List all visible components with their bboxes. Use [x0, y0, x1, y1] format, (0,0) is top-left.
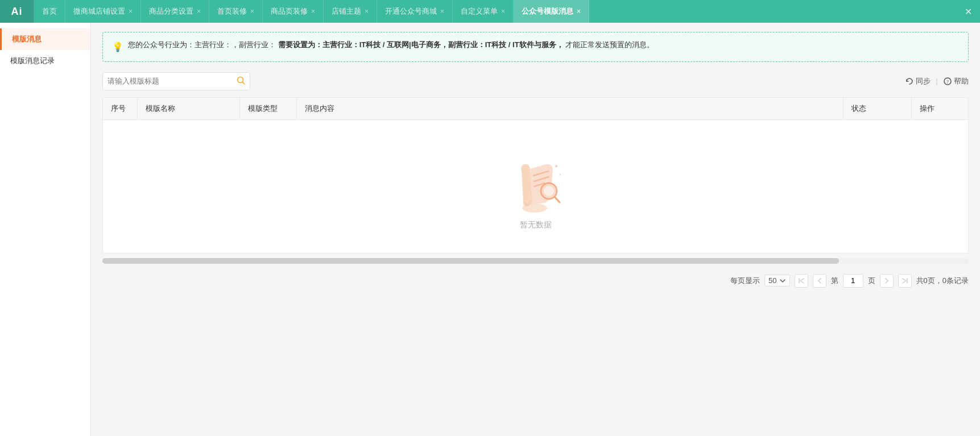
sync-label: 同步 — [916, 76, 931, 86]
svg-text:✦: ✦ — [559, 173, 561, 176]
nav-tab-label: 首页 — [42, 6, 57, 16]
close-all-button[interactable]: ✕ — [957, 6, 980, 17]
notice-highlight: 需要设置为：主营行业：IT科技 / 互联网|电子商务，副营行业：IT科技 / I… — [278, 40, 564, 49]
sidebar-item-template-message[interactable]: 模版消息 — [0, 28, 90, 50]
col-content: 消息内容 — [296, 98, 843, 120]
svg-line-10 — [555, 197, 560, 202]
empty-state: ✦ ✦ 暂无数据 — [103, 120, 968, 253]
col-action: 操作 — [911, 98, 968, 120]
nav-tab-shop-theme[interactable]: 店铺主题 × — [324, 0, 377, 23]
nav-tab-label: 首页装修 — [217, 6, 247, 16]
help-label: 帮助 — [954, 76, 969, 86]
close-icon[interactable]: × — [501, 7, 505, 15]
page-number-input[interactable] — [843, 274, 863, 288]
page-summary: 共0页，0条记录 — [916, 276, 969, 286]
main-content: 💡 您的公众号行业为：主营行业：，副营行业： 需要设置为：主营行业：IT科技 /… — [91, 23, 980, 436]
search-bar: 同步 | ? 帮助 — [102, 72, 969, 90]
sidebar: 模版消息 模版消息记录 — [0, 23, 91, 436]
empty-text: 暂无数据 — [520, 220, 552, 230]
nav-tab-label: 店铺主题 — [332, 6, 361, 16]
nav-tab-product-decor[interactable]: 商品页装修 × — [263, 0, 324, 23]
close-icon[interactable]: × — [311, 7, 315, 15]
table-wrap: 序号 模版名称 模版类型 消息内容 状态 — [102, 97, 969, 254]
close-all-icon: ✕ — [965, 7, 972, 16]
nav-tab-open-mall[interactable]: 开通公众号商城 × — [377, 0, 453, 23]
nav-tab-product-category[interactable]: 商品分类设置 × — [141, 0, 209, 23]
chevron-down-icon — [779, 277, 786, 284]
close-icon[interactable]: × — [440, 7, 444, 15]
nav-tab-label: 微商城店铺设置 — [73, 6, 125, 16]
page-label-pre: 第 — [831, 276, 838, 286]
top-nav: Ai 首页 微商城店铺设置 × 商品分类设置 × 首页装修 × 商品页装修 × … — [0, 0, 980, 23]
sync-icon — [905, 77, 913, 85]
nav-tab-shop-setting[interactable]: 微商城店铺设置 × — [65, 0, 141, 23]
first-page-icon — [798, 277, 805, 284]
search-input-wrap[interactable] — [102, 72, 250, 90]
search-input[interactable] — [107, 77, 237, 85]
empty-illustration: ✦ ✦ — [507, 154, 564, 211]
last-page-icon — [902, 277, 908, 284]
close-icon[interactable]: × — [197, 7, 201, 15]
svg-text:✦: ✦ — [554, 163, 559, 169]
svg-line-1 — [243, 82, 245, 84]
prev-page-button[interactable] — [813, 274, 826, 288]
nav-tab-label: 开通公众号商城 — [385, 6, 437, 16]
close-icon[interactable]: × — [365, 7, 369, 15]
close-icon[interactable]: × — [250, 7, 254, 15]
notice-box: 💡 您的公众号行业为：主营行业：，副营行业： 需要设置为：主营行业：IT科技 /… — [102, 32, 969, 62]
page-label-post: 页 — [868, 276, 875, 286]
nav-logo[interactable]: Ai — [0, 0, 34, 23]
prev-page-icon — [817, 278, 822, 284]
notice-suffix: 才能正常发送预置的消息。 — [565, 40, 654, 49]
svg-text:?: ? — [946, 79, 949, 85]
data-table: 序号 模版名称 模版类型 消息内容 状态 — [103, 98, 968, 253]
toolbar-right: 同步 | ? 帮助 — [905, 76, 969, 86]
col-name: 模版名称 — [137, 98, 239, 120]
notice-icon: 💡 — [112, 40, 123, 55]
toolbar-divider: | — [936, 77, 938, 85]
nav-tab-label: 商品分类设置 — [149, 6, 193, 16]
nav-tab-label: 公众号模版消息 — [522, 6, 573, 16]
svg-point-9 — [544, 186, 554, 196]
logo-text: Ai — [11, 6, 23, 18]
col-seq: 序号 — [103, 98, 137, 120]
close-icon[interactable]: × — [129, 7, 133, 15]
notice-prefix: 您的公众号行业为：主营行业：，副营行业： — [128, 40, 276, 49]
page-size-label: 每页显示 — [730, 276, 760, 286]
notice-text: 您的公众号行业为：主营行业：，副营行业： 需要设置为：主营行业：IT科技 / 互… — [128, 39, 654, 51]
last-page-button[interactable] — [898, 274, 912, 288]
help-icon: ? — [944, 77, 952, 85]
next-page-button[interactable] — [880, 274, 894, 288]
nav-tab-template-msg[interactable]: 公众号模版消息 × — [514, 0, 589, 23]
sidebar-item-label: 模版消息记录 — [10, 56, 55, 65]
sidebar-item-template-message-record[interactable]: 模版消息记录 — [0, 50, 90, 72]
page-size-select[interactable]: 50 — [764, 275, 789, 286]
col-status: 状态 — [843, 98, 911, 120]
nav-tab-home-decor[interactable]: 首页装修 × — [209, 0, 263, 23]
main-layout: 模版消息 模版消息记录 💡 您的公众号行业为：主营行业：，副营行业： 需要设置为… — [0, 23, 980, 436]
sidebar-item-label: 模版消息 — [12, 35, 42, 43]
table-header-row: 序号 模版名称 模版类型 消息内容 状态 — [103, 98, 968, 120]
col-type: 模版类型 — [239, 98, 296, 120]
nav-tab-custom-menu[interactable]: 自定义菜单 × — [453, 0, 514, 23]
search-icon[interactable] — [237, 76, 245, 86]
nav-tab-label: 商品页装修 — [271, 6, 308, 16]
first-page-button[interactable] — [795, 274, 808, 288]
next-page-icon — [884, 278, 890, 284]
nav-tab-home[interactable]: 首页 — [34, 0, 65, 23]
empty-state-row: ✦ ✦ 暂无数据 — [103, 119, 968, 253]
scrollbar-thumb[interactable] — [102, 258, 839, 264]
horizontal-scrollbar[interactable] — [102, 258, 969, 264]
close-icon[interactable]: × — [577, 7, 581, 15]
page-size-value: 50 — [768, 276, 776, 285]
pagination: 每页显示 50 第 页 — [102, 268, 969, 291]
nav-tab-label: 自定义菜单 — [461, 6, 498, 16]
help-button[interactable]: ? 帮助 — [944, 76, 969, 86]
sync-button[interactable]: 同步 — [905, 76, 931, 86]
